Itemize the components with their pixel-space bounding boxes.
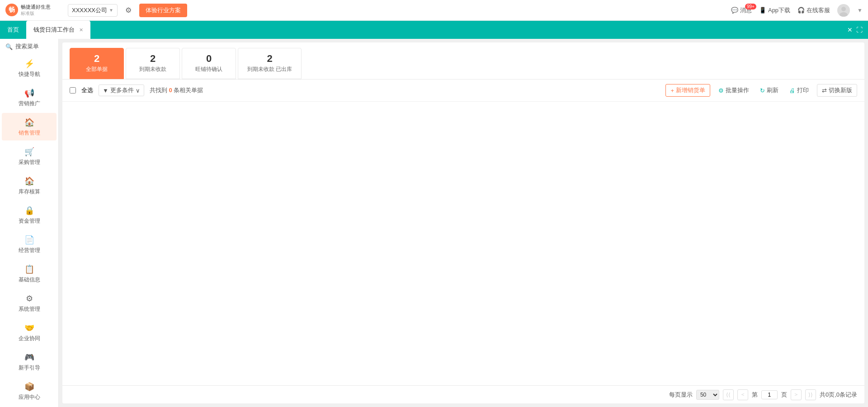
sidebar-label-sales: 销售管理 xyxy=(19,129,40,137)
message-button[interactable]: 💬 消息 99+ xyxy=(731,6,752,14)
sidebar-item-operation[interactable]: 📄 经营管理 xyxy=(2,230,57,258)
quick-nav-icon: ⚡ xyxy=(24,59,34,69)
top-header: 畅 畅捷通好生意 标准版 XXXXXX公司 ▼ ⚙ 体验行业方案 💬 消息 99… xyxy=(0,0,868,21)
switch-version-button[interactable]: ⇄ 切换新版 xyxy=(817,84,857,97)
tab-work[interactable]: 钱货日清工作台 ✕ xyxy=(26,21,90,39)
purchase-icon: 🛒 xyxy=(24,147,34,157)
expand-nav-icon[interactable]: ⛶ xyxy=(856,26,863,33)
username-area[interactable]: ▼ xyxy=(857,7,863,14)
tab-all-count: 2 xyxy=(79,53,114,65)
summary-tabs: 2 全部单据 2 到期未收款 0 旺铺待确认 2 到期未收款 已出库 xyxy=(62,42,864,80)
tab-overdue-label: 到期未收款 xyxy=(135,65,170,73)
print-label: 打印 xyxy=(797,86,809,94)
sidebar-label-operation: 经营管理 xyxy=(19,247,40,254)
page-label-suffix: 页 xyxy=(781,391,787,399)
chevron-down-icon: ▼ xyxy=(109,8,113,13)
tab-work-label: 钱货日清工作台 xyxy=(33,26,75,34)
first-page-button[interactable]: ⟨⟨ xyxy=(723,389,734,400)
refresh-button[interactable]: ↻ 刷新 xyxy=(757,85,781,96)
company-selector[interactable]: XXXXXX公司 ▼ xyxy=(68,4,118,17)
header-right: 💬 消息 99+ 📱 App下载 🎧 在线客服 ▼ xyxy=(731,4,863,17)
page-label: 第 xyxy=(752,391,758,399)
sidebar-label-inventory: 库存核算 xyxy=(19,188,40,196)
last-page-button[interactable]: ⟩⟩ xyxy=(805,389,816,400)
toolbar-left: 全选 ▼ 更多条件 ∨ 共找到 0 条相关单据 xyxy=(70,84,203,96)
close-tab-icon[interactable]: ✕ xyxy=(79,27,83,33)
app-icon: 📱 xyxy=(759,7,766,14)
svg-point-1 xyxy=(840,12,848,17)
page-number-input[interactable] xyxy=(761,390,778,399)
sidebar-label-enterprise: 企业协同 xyxy=(19,335,40,342)
filter-label: 更多条件 xyxy=(110,86,134,94)
close-nav-icon[interactable]: ✕ xyxy=(847,26,853,33)
search-menu-label: 搜索菜单 xyxy=(15,42,39,51)
sidebar-item-guide[interactable]: 🎮 新手引导 xyxy=(2,348,57,375)
inventory-icon: 🏠 xyxy=(24,176,34,186)
sidebar-item-system[interactable]: ⚙ 系统管理 xyxy=(2,289,57,317)
tab-home[interactable]: 首页 xyxy=(0,21,26,39)
company-name: XXXXXX公司 xyxy=(72,6,107,14)
logo-area: 畅 畅捷通好生意 标准版 xyxy=(5,4,64,16)
tab-shipped[interactable]: 2 到期未收款 已出库 xyxy=(238,48,302,79)
search-icon: 🔍 xyxy=(5,43,13,50)
filter-button[interactable]: ▼ 更多条件 ∨ xyxy=(99,84,144,96)
base-info-icon: 📋 xyxy=(24,264,34,274)
nav-bar-actions: ✕ ⛶ xyxy=(847,26,868,33)
prev-page-button[interactable]: ＜ xyxy=(737,389,748,400)
sidebar-item-sales[interactable]: 🏠 销售管理 xyxy=(2,113,57,140)
sidebar-item-marketing[interactable]: 📢 营销推广 xyxy=(2,84,57,111)
main-layout: 🔍 搜索菜单 ⚡ 快捷导航 📢 营销推广 🏠 销售管理 🛒 采购管理 🏠 库存核… xyxy=(0,39,868,407)
search-menu-button[interactable]: 🔍 搜索菜单 xyxy=(0,39,58,53)
enterprise-icon: 🤝 xyxy=(24,323,34,333)
tab-all-orders[interactable]: 2 全部单据 xyxy=(70,48,124,79)
message-badge: 99+ xyxy=(745,4,756,9)
batch-operation-button[interactable]: ⚙ 批量操作 xyxy=(716,85,752,96)
refresh-label: 刷新 xyxy=(767,86,778,94)
tab-pending[interactable]: 0 旺铺待确认 xyxy=(182,48,236,79)
trial-button[interactable]: 体验行业方案 xyxy=(139,4,187,17)
sidebar-item-base-info[interactable]: 📋 基础信息 xyxy=(2,260,57,287)
sidebar-item-app-center[interactable]: 📦 应用中心 xyxy=(2,377,57,405)
service-label: 在线客服 xyxy=(807,6,830,14)
per-page-select[interactable]: 10 20 50 100 xyxy=(696,390,719,400)
print-button[interactable]: 🖨 打印 xyxy=(787,85,811,96)
finance-icon: 🔒 xyxy=(24,206,34,215)
batch-icon: ⚙ xyxy=(718,87,724,94)
message-icon: 💬 xyxy=(731,7,738,14)
app-label: App下载 xyxy=(768,6,790,14)
add-sales-order-button[interactable]: + 新增销货单 xyxy=(665,84,710,97)
sidebar-item-purchase[interactable]: 🛒 采购管理 xyxy=(2,142,57,170)
sidebar-item-finance[interactable]: 🔒 资金管理 xyxy=(2,201,57,229)
print-icon: 🖨 xyxy=(789,87,795,94)
sidebar-label-app-center: 应用中心 xyxy=(19,393,40,401)
switch-icon: ⇄ xyxy=(822,87,827,94)
select-all-checkbox[interactable] xyxy=(70,87,76,94)
sidebar-item-quick-nav[interactable]: ⚡ 快捷导航 xyxy=(2,54,57,82)
logo-icon: 畅 xyxy=(5,4,18,16)
settings-icon[interactable]: ⚙ xyxy=(121,3,136,18)
per-page-label: 每页显示 xyxy=(669,391,693,399)
app-download-button[interactable]: 📱 App下载 xyxy=(759,6,790,14)
found-text: 共找到 0 条相关单据 xyxy=(150,86,203,94)
avatar[interactable] xyxy=(837,4,850,17)
sidebar-label-system: 系统管理 xyxy=(19,305,40,313)
tab-shipped-count: 2 xyxy=(247,53,292,65)
total-records-label: 共0页,0条记录 xyxy=(820,391,857,399)
sidebar-label-marketing: 营销推广 xyxy=(19,100,40,108)
tab-pending-count: 0 xyxy=(191,53,226,65)
sidebar: 🔍 搜索菜单 ⚡ 快捷导航 📢 营销推广 🏠 销售管理 🛒 采购管理 🏠 库存核… xyxy=(0,39,59,407)
sidebar-item-inventory[interactable]: 🏠 库存核算 xyxy=(2,172,57,199)
online-service-button[interactable]: 🎧 在线客服 xyxy=(797,6,830,14)
select-all-label: 全选 xyxy=(81,86,93,94)
tab-pending-label: 旺铺待确认 xyxy=(191,65,226,73)
sales-icon: 🏠 xyxy=(24,117,34,127)
tab-all-label: 全部单据 xyxy=(79,65,114,73)
sidebar-item-enterprise[interactable]: 🤝 企业协同 xyxy=(2,318,57,346)
next-page-button[interactable]: ＞ xyxy=(791,389,802,400)
system-icon: ⚙ xyxy=(26,294,33,304)
sidebar-label-base-info: 基础信息 xyxy=(19,276,40,284)
tab-shipped-label: 到期未收款 已出库 xyxy=(247,65,292,73)
found-count: 0 xyxy=(169,87,172,94)
tab-overdue[interactable]: 2 到期未收款 xyxy=(126,48,180,79)
tab-overdue-count: 2 xyxy=(135,53,170,65)
